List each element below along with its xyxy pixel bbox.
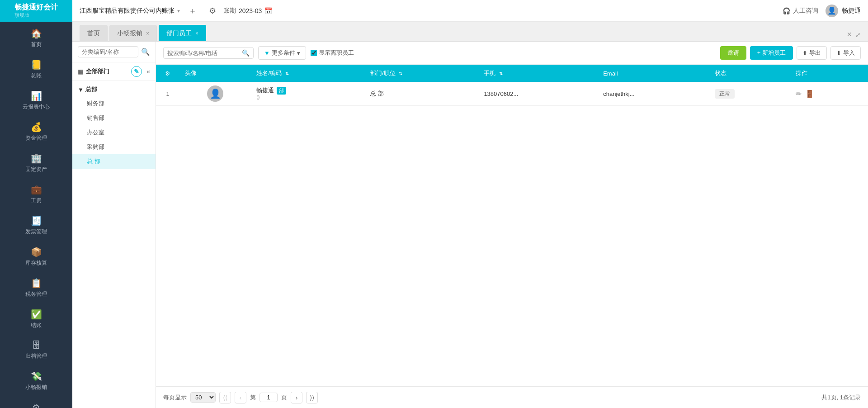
dept-header: ▦ 全部部门 ✎ « [72, 62, 156, 81]
col-phone[interactable]: 手机 ⇅ [478, 65, 598, 82]
logo-sub: 旗舰版 [14, 12, 58, 19]
dept-item-office[interactable]: 办公室 [72, 125, 156, 140]
first-page-button[interactable]: ⟨⟨ [219, 392, 231, 403]
col-dept[interactable]: 部门/职位 ⇅ [365, 65, 478, 82]
invoice-icon: 🧾 [31, 215, 42, 226]
sidebar-item-assets[interactable]: 🏢 固定资产 [0, 147, 72, 178]
sidebar-item-label: 云报表中心 [23, 103, 50, 111]
period-label: 账期 [223, 7, 236, 15]
next-page-button[interactable]: › [291, 392, 302, 403]
chevron-down-icon: ▾ [297, 50, 300, 57]
calendar-icon[interactable]: 📅 [264, 7, 272, 14]
dept-item-finance[interactable]: 财务部 [72, 96, 156, 111]
show-resigned-checkbox-label[interactable]: 显示离职员工 [311, 49, 354, 57]
dept-item-sales[interactable]: 销售部 [72, 111, 156, 125]
row-status: 正常 [709, 82, 791, 106]
delete-button[interactable]: 🚪 [805, 90, 814, 98]
row-index: 1 [156, 82, 179, 106]
book-icon: 📒 [31, 59, 42, 70]
dept-search-input[interactable] [78, 46, 138, 57]
page-size-select[interactable]: 50 20 100 [190, 392, 216, 403]
dept-badge: 部 [277, 87, 286, 95]
sidebar-item-label: 结账 [31, 322, 42, 329]
page-unit-label: 第 [250, 394, 256, 402]
filter-button[interactable]: ▼ 更多条件 ▾ [258, 46, 306, 60]
sidebar-item-reports[interactable]: 📊 云报表中心 [0, 84, 72, 115]
dept-group-total: ▼ 总部 [72, 83, 156, 96]
sidebar-item-tax[interactable]: 📋 税务管理 [0, 271, 72, 303]
topbar-actions: ＋ ⚙ [185, 4, 220, 18]
period-value: 2023-03 [239, 7, 262, 14]
sidebar-item-funds[interactable]: 💰 资金管理 [0, 115, 72, 147]
close-icon[interactable]: × [195, 30, 198, 37]
row-phone: 138070602... [478, 82, 598, 106]
sidebar-item-label: 归档管理 [25, 352, 47, 360]
dept-item-general[interactable]: 总 部 [72, 154, 156, 169]
close-icon[interactable]: × [146, 30, 149, 37]
add-employee-button[interactable]: + 新增员工 [750, 46, 793, 60]
settings-icon[interactable]: ⚙ [205, 4, 220, 18]
tab-expense[interactable]: 小畅报销 × [109, 25, 157, 41]
sidebar-item-label: 税务管理 [25, 290, 47, 298]
employee-search-box[interactable]: 🔍 [163, 47, 254, 59]
col-email: Email [598, 65, 709, 82]
content-area: 首页 小畅报销 × 部门员工 × × ⤢ 🔍 [72, 22, 868, 408]
pagination-total: 共1页, 1条记录 [821, 394, 861, 402]
sidebar-item-expense[interactable]: 💸 小畅报销 [0, 365, 72, 396]
table-row: 1 👤 畅捷通 [156, 82, 868, 106]
main-layout: 🏠 首页 📒 总账 📊 云报表中心 💰 资金管理 🏢 固定资产 💼 工资 🧾 发… [0, 22, 868, 408]
service-button[interactable]: 🎧 人工咨询 [783, 7, 818, 15]
gear-icon: ⚙ [32, 402, 40, 408]
collapse-icon[interactable]: « [146, 68, 150, 75]
dept-edit-button[interactable]: ✎ [131, 66, 142, 77]
row-dept: 总 部 [365, 82, 478, 106]
sidebar-item-label: 总账 [31, 72, 42, 80]
add-button[interactable]: ＋ [185, 4, 200, 18]
dept-item-purchase[interactable]: 采购部 [72, 140, 156, 154]
sidebar-item-ledger[interactable]: 📒 总账 [0, 53, 72, 84]
col-action: 操作 [790, 65, 868, 82]
export-button[interactable]: ⬆ 导出 [797, 46, 827, 60]
tab-label: 首页 [87, 29, 100, 38]
search-icon[interactable]: 🔍 [242, 49, 250, 57]
service-label: 人工咨询 [793, 7, 818, 15]
col-name[interactable]: 姓名/编码 ⇅ [251, 65, 364, 82]
chevron-down-icon: ▾ [177, 8, 180, 14]
headset-icon: 🎧 [783, 7, 790, 14]
search-icon[interactable]: 🔍 [141, 47, 150, 56]
sidebar-item-archive[interactable]: 🗄 归档管理 [0, 334, 72, 365]
sidebar-item-invoice[interactable]: 🧾 发票管理 [0, 209, 72, 240]
show-resigned-checkbox[interactable] [311, 50, 317, 56]
dept-tree: ▼ 总部 财务部 销售部 办公室 采购部 总 部 [72, 81, 156, 408]
last-page-button[interactable]: ⟩⟩ [306, 392, 318, 403]
chart-icon: 📊 [31, 90, 42, 101]
user-name: 畅捷通 [842, 7, 861, 15]
edit-button[interactable]: ✏ [796, 90, 802, 98]
sidebar-item-settings[interactable]: ⚙ 基础设置 [0, 396, 72, 408]
user-area[interactable]: 👤 畅捷通 [826, 5, 861, 17]
invite-button[interactable]: 邀请 [720, 46, 746, 60]
col-settings[interactable]: ⚙ [156, 65, 179, 82]
sidebar-item-salary[interactable]: 💼 工资 [0, 178, 72, 209]
page-input[interactable] [259, 393, 278, 402]
sidebar-item-label: 首页 [31, 41, 42, 48]
import-button[interactable]: ⬇ 导入 [830, 46, 861, 60]
sidebar-item-settle[interactable]: ✅ 结账 [0, 303, 72, 334]
tab-label: 部门员工 [166, 29, 192, 38]
tab-bar: 首页 小畅报销 × 部门员工 × × ⤢ [72, 22, 868, 42]
prev-page-button[interactable]: ‹ [235, 392, 246, 403]
employee-toolbar: 🔍 ▼ 更多条件 ▾ 显示离职员工 邀请 + 新增员工 [156, 42, 868, 65]
row-avatar-cell: 👤 [179, 82, 251, 106]
company-selector[interactable]: 江西服宝精品有限责任公司内账张 ▾ [80, 7, 180, 15]
sidebar-item-inventory[interactable]: 📦 库存核算 [0, 240, 72, 271]
employee-search-input[interactable] [167, 50, 242, 57]
close-window-button[interactable]: × [847, 30, 852, 39]
tab-dept[interactable]: 部门员工 × [159, 25, 206, 41]
status-badge: 正常 [715, 89, 735, 99]
import-icon: ⬇ [836, 50, 841, 57]
expand-window-button[interactable]: ⤢ [855, 31, 861, 38]
topbar-right: 🎧 人工咨询 👤 畅捷通 [783, 5, 861, 17]
person-icon: 👤 [210, 88, 221, 99]
tab-home[interactable]: 首页 [80, 25, 108, 41]
sidebar-item-home[interactable]: 🏠 首页 [0, 22, 72, 53]
